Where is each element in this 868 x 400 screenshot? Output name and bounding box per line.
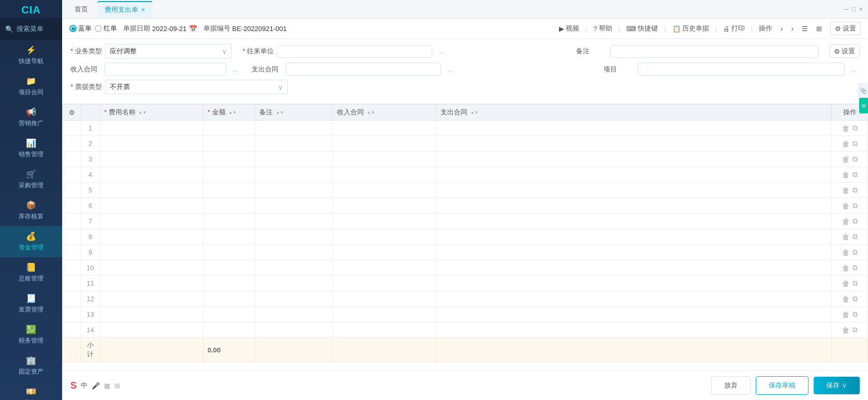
- form-settings-btn[interactable]: ⚙ 设置: [829, 45, 860, 58]
- footer-icon-table[interactable]: ▦: [104, 382, 110, 390]
- calendar-icon[interactable]: 📅: [189, 25, 197, 33]
- income-contract-cell[interactable]: [333, 136, 436, 152]
- blue-single-radio[interactable]: 蓝单: [69, 24, 92, 33]
- amount-cell[interactable]: [203, 198, 255, 214]
- right-panel-green-icon[interactable]: ≡: [859, 98, 869, 113]
- income-contract-cell[interactable]: [333, 121, 436, 136]
- sidebar-item-project-contract[interactable]: 📁 项目合同: [0, 71, 62, 102]
- delete-icon[interactable]: 🗑: [842, 124, 849, 132]
- sidebar-item-tax[interactable]: 💹 税务管理: [0, 319, 62, 350]
- income-contract-cell[interactable]: [333, 307, 436, 322]
- income-contract-input[interactable]: [105, 63, 226, 76]
- amount-cell[interactable]: [203, 322, 255, 338]
- remark-cell[interactable]: [255, 245, 333, 260]
- save-draft-button[interactable]: 保存草稿: [756, 376, 808, 395]
- remark-cell[interactable]: [255, 183, 333, 198]
- project-input[interactable]: [638, 63, 845, 76]
- tab-home[interactable]: 首页: [67, 1, 95, 18]
- income-contract-cell[interactable]: [333, 322, 436, 338]
- col-settings-header[interactable]: ⚙: [63, 105, 81, 121]
- window-minimize-icon[interactable]: ─: [844, 5, 848, 13]
- project-ellipsis[interactable]: ...: [848, 64, 860, 74]
- sidebar-item-purchase[interactable]: 🛒 采购管理: [0, 164, 62, 195]
- partner-input[interactable]: [277, 45, 432, 58]
- right-panel-clip-icon[interactable]: 📎: [860, 87, 867, 94]
- amount-cell[interactable]: [203, 136, 255, 152]
- amount-cell[interactable]: [203, 214, 255, 229]
- amount-cell[interactable]: [203, 276, 255, 291]
- delete-icon[interactable]: 🗑: [842, 326, 849, 334]
- copy-icon[interactable]: ⧉: [852, 232, 858, 241]
- col-expense-name-header[interactable]: * 费用名称 ▲▼: [100, 105, 203, 121]
- partner-ellipsis[interactable]: ...: [435, 47, 447, 56]
- delete-icon[interactable]: 🗑: [842, 279, 849, 288]
- copy-icon[interactable]: ⧉: [852, 263, 858, 272]
- sidebar-item-shortcut[interactable]: ⚡ 快捷导航: [0, 40, 62, 71]
- remark-cell[interactable]: [255, 260, 333, 276]
- tab-close-icon[interactable]: ×: [141, 6, 145, 13]
- copy-icon[interactable]: ⧉: [852, 279, 858, 288]
- history-btn[interactable]: 📋 历史单据: [670, 23, 711, 34]
- remark-cell[interactable]: [255, 307, 333, 322]
- sidebar-item-ledger[interactable]: 📒 总账管理: [0, 257, 62, 288]
- expense-contract-cell[interactable]: [436, 276, 832, 291]
- income-contract-cell[interactable]: [333, 229, 436, 245]
- delete-icon[interactable]: 🗑: [842, 217, 849, 226]
- expense-contract-cell[interactable]: [436, 167, 832, 183]
- expense-name-cell[interactable]: [100, 136, 203, 152]
- video-btn[interactable]: ▶ 视频: [557, 23, 581, 34]
- sidebar-item-capital[interactable]: 💰 资金管理: [0, 226, 62, 257]
- expense-contract-cell[interactable]: [436, 214, 832, 229]
- income-ellipsis[interactable]: ...: [229, 64, 241, 74]
- invoice-type-select[interactable]: 不开票 ∨: [105, 80, 288, 94]
- income-contract-cell[interactable]: [333, 198, 436, 214]
- expense-contract-cell[interactable]: [436, 121, 832, 136]
- col-remark-header[interactable]: 备注 ▲▼: [255, 105, 333, 121]
- col-income-contract-header[interactable]: 收入合同 ▲▼: [333, 105, 436, 121]
- remark-input[interactable]: [610, 45, 819, 58]
- expense-contract-cell[interactable]: [436, 152, 832, 167]
- sidebar-item-sales[interactable]: 📊 销售管理: [0, 133, 62, 164]
- income-contract-cell[interactable]: [333, 245, 436, 260]
- income-contract-cell[interactable]: [333, 183, 436, 198]
- expense-name-cell[interactable]: [100, 198, 203, 214]
- delete-icon[interactable]: 🗑: [842, 310, 849, 319]
- view-list-btn[interactable]: ☰: [800, 24, 810, 34]
- expense-name-cell[interactable]: [100, 322, 203, 338]
- remark-cell[interactable]: [255, 198, 333, 214]
- amount-cell[interactable]: [203, 183, 255, 198]
- income-contract-cell[interactable]: [333, 167, 436, 183]
- sort-icon[interactable]: ▲▼: [138, 110, 146, 115]
- copy-icon[interactable]: ⧉: [852, 201, 858, 210]
- expense-contract-cell[interactable]: [436, 229, 832, 245]
- remark-cell[interactable]: [255, 229, 333, 245]
- income-contract-cell[interactable]: [333, 152, 436, 167]
- print-btn[interactable]: 🖨 打印: [721, 23, 747, 34]
- nav-next-btn[interactable]: ›: [789, 24, 796, 34]
- expense-name-cell[interactable]: [100, 152, 203, 167]
- business-type-select[interactable]: 应付调整 ∨: [105, 44, 232, 58]
- save-button[interactable]: 保存 ∨: [814, 377, 860, 394]
- expense-name-cell[interactable]: [100, 260, 203, 276]
- expense-name-cell[interactable]: [100, 214, 203, 229]
- expense-name-cell[interactable]: [100, 245, 203, 260]
- copy-icon[interactable]: ⧉: [852, 155, 858, 164]
- amount-cell[interactable]: [203, 307, 255, 322]
- copy-icon[interactable]: ⧉: [852, 170, 858, 179]
- footer-icon-mic[interactable]: 🎤: [92, 382, 100, 390]
- delete-icon[interactable]: 🗑: [842, 140, 849, 148]
- amount-cell[interactable]: [203, 291, 255, 307]
- sidebar-search[interactable]: 🔍 搜索菜单: [0, 18, 62, 40]
- delete-icon[interactable]: 🗑: [842, 171, 849, 179]
- delete-icon[interactable]: 🗑: [842, 248, 849, 257]
- expense-name-cell[interactable]: [100, 291, 203, 307]
- income-contract-cell[interactable]: [333, 291, 436, 307]
- income-contract-cell[interactable]: [333, 276, 436, 291]
- copy-icon[interactable]: ⧉: [852, 310, 858, 319]
- copy-icon[interactable]: ⧉: [852, 217, 858, 226]
- red-single-radio[interactable]: 红单: [95, 24, 117, 33]
- delete-icon[interactable]: 🗑: [842, 295, 849, 303]
- delete-icon[interactable]: 🗑: [842, 186, 849, 195]
- window-maximize-icon[interactable]: □: [852, 5, 856, 13]
- expense-name-cell[interactable]: [100, 276, 203, 291]
